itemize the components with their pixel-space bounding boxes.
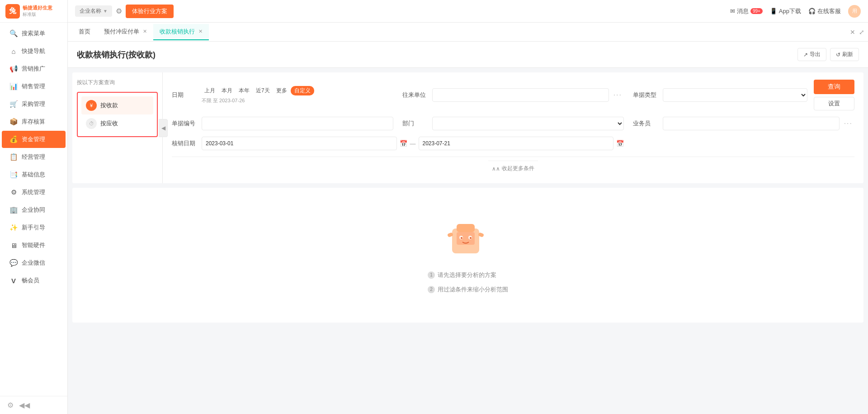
filter-sidebar: 按以下方案查询 ¥ 按收款 ⏱ 按应收 ◀	[72, 72, 163, 183]
salesperson-more-btn[interactable]: ···	[842, 119, 854, 128]
filter-box: ¥ 按收款 ⏱ 按应收	[77, 92, 158, 137]
logo-sub-text: 标准版	[23, 11, 52, 18]
tab-writeoff[interactable]: 收款核销执行 ✕	[153, 24, 209, 40]
sidebar-item-label: 智能硬件	[22, 241, 45, 249]
tab-close-writeoff[interactable]: ✕	[198, 29, 203, 34]
sidebar-item-wechat[interactable]: 💬 企业微信	[2, 254, 66, 271]
date-this-month[interactable]: 本月	[219, 86, 235, 95]
tab-prepay[interactable]: 预付冲应付单 ✕	[98, 24, 153, 40]
filter-sidebar-title: 按以下方案查询	[77, 79, 158, 86]
export-button[interactable]: ↗ 导出	[797, 48, 826, 61]
collapse-more-btn[interactable]: ∧∧ 收起更多条件	[488, 161, 538, 176]
counterparty-more-btn[interactable]: ···	[612, 91, 624, 99]
wechat-icon: 💬	[9, 259, 18, 267]
filter-form: 日期 上月 本月 本年 近7天 更多 自定义 不限 至 2023-07-26	[163, 72, 863, 183]
writeoff-date-label: 核销日期	[172, 139, 199, 148]
sidebar-item-member[interactable]: V 畅会员	[2, 272, 66, 289]
sidebar-item-operation[interactable]: 📋 经营管理	[2, 148, 66, 166]
sidebar-item-marketing[interactable]: 📢 营销推广	[2, 60, 66, 77]
brand-selector[interactable]: 企业名称 ▼	[75, 5, 112, 17]
filter-grid: 日期 上月 本月 本年 近7天 更多 自定义 不限 至 2023-07-26	[172, 80, 854, 176]
dept-select[interactable]	[432, 117, 624, 130]
user-avatar[interactable]: 用	[848, 5, 861, 18]
main-area: 企业名称 ▼ ⚙ 体验行业方案 ✉ 消息 99+ 📱 App下载 🎧 在线客服 …	[68, 0, 868, 414]
sidebar-item-label: 新手引导	[22, 224, 45, 232]
online-service-label: 在线客服	[817, 7, 841, 15]
calendar-end-icon[interactable]: 📅	[616, 140, 624, 147]
writeoff-date-start[interactable]	[202, 137, 397, 150]
writeoff-date-range: 📅 — 📅	[202, 137, 624, 150]
sidebar-item-label: 经营管理	[22, 153, 45, 161]
sidebar-item-search[interactable]: 🔍 搜索菜单	[2, 25, 66, 42]
collab-icon: 🏢	[9, 206, 18, 214]
hint-num-1: 1	[428, 271, 435, 279]
sidebar: 兔 畅捷通好生意 标准版 🔍 搜索菜单 ⌂ 快捷导航 📢 营销推广 📊 销售管理…	[0, 0, 68, 414]
tab-close-prepay[interactable]: ✕	[143, 29, 147, 34]
settings-footer-icon[interactable]: ⚙	[7, 401, 14, 409]
sidebar-item-collab[interactable]: 🏢 企业协同	[2, 201, 66, 219]
dept-label: 部门	[402, 119, 429, 128]
purchase-icon: 🛒	[9, 100, 18, 108]
header-gear-icon[interactable]: ⚙	[116, 7, 122, 15]
industry-btn[interactable]: 体验行业方案	[126, 5, 174, 18]
counterparty-input[interactable]	[432, 88, 609, 102]
docno-input[interactable]	[202, 117, 393, 130]
sidebar-item-label: 库存核算	[22, 118, 45, 126]
svg-rect-1	[457, 224, 475, 232]
empty-state: 1 请先选择要分析的方案 2 用过滤条件来缩小分析范围	[72, 188, 863, 323]
sidebar-item-sales[interactable]: 📊 销售管理	[2, 78, 66, 95]
page-title: 收款核销执行(按收款)	[77, 49, 156, 67]
tab-expand-icon[interactable]: ⤢	[859, 29, 864, 36]
salesperson-label: 业务员	[633, 119, 660, 128]
tab-close-btn[interactable]: ✕	[850, 29, 855, 36]
doctype-label: 单据类型	[633, 91, 660, 99]
date-last-month[interactable]: 上月	[202, 86, 218, 95]
sidebar-footer: ⚙ ◀◀	[0, 396, 67, 414]
query-actions: 查询 设置	[814, 80, 854, 110]
salesperson-input[interactable]	[663, 117, 840, 130]
sidebar-item-quicknav[interactable]: ⌂ 快捷导航	[2, 43, 66, 60]
filter-option-label: 按收款	[100, 101, 118, 109]
sidebar-item-label: 快捷导航	[22, 47, 45, 55]
empty-text: 1 请先选择要分析的方案 2 用过滤条件来缩小分析范围	[428, 269, 508, 295]
app-download-action[interactable]: 📱 App下载	[770, 7, 801, 15]
filter-option-by-receipt[interactable]: ¥ 按收款	[81, 96, 153, 114]
tab-home[interactable]: 首页	[71, 24, 98, 40]
online-service-action[interactable]: 🎧 在线客服	[808, 7, 841, 15]
date-custom[interactable]: 自定义	[291, 86, 314, 95]
filter-row-salesperson: 业务员 ···	[633, 117, 854, 130]
doctype-select[interactable]	[663, 88, 807, 102]
empty-hint1-text: 请先选择要分析的方案	[438, 269, 496, 281]
sidebar-item-system[interactable]: ⚙ 系统管理	[2, 184, 66, 201]
top-header: 企业名称 ▼ ⚙ 体验行业方案 ✉ 消息 99+ 📱 App下载 🎧 在线客服 …	[68, 0, 868, 23]
query-button[interactable]: 查询	[814, 80, 854, 94]
sidebar-item-inventory[interactable]: 📦 库存核算	[2, 113, 66, 130]
sidebar-item-label: 企业协同	[22, 206, 45, 214]
settings-button[interactable]: 设置	[814, 97, 854, 110]
sidebar-item-finance[interactable]: 💰 资金管理	[2, 131, 66, 148]
sidebar-item-basic-info[interactable]: 📑 基础信息	[2, 166, 66, 183]
page-content: 收款核销执行(按收款) ↗ 导出 ↺ 刷新 按以下方案查询 ¥	[68, 42, 868, 414]
sidebar-item-purchase[interactable]: 🛒 采购管理	[2, 95, 66, 113]
date-this-year[interactable]: 本年	[236, 86, 252, 95]
date-last-7-days[interactable]: 近7天	[253, 86, 273, 95]
sidebar-item-hardware[interactable]: 🖥 智能硬件	[2, 237, 66, 254]
filter-row-writeoff-date: 核销日期 📅 — 📅	[172, 137, 624, 150]
filter-option-by-receivable[interactable]: ⏱ 按应收	[81, 114, 153, 133]
refresh-button[interactable]: ↺ 刷新	[830, 48, 859, 61]
sidebar-item-guide[interactable]: ✨ 新手引导	[2, 219, 66, 236]
date-tabs: 上月 本月 本年 近7天 更多 自定义	[202, 86, 393, 95]
calendar-start-icon[interactable]: 📅	[400, 140, 407, 147]
collapse-sidebar-icon[interactable]: ◀◀	[19, 401, 30, 409]
collapse-sidebar-btn[interactable]: ◀	[159, 119, 168, 137]
filter-section: 按以下方案查询 ¥ 按收款 ⏱ 按应收 ◀	[72, 72, 863, 183]
tab-bar: 首页 预付冲应付单 ✕ 收款核销执行 ✕ ✕ ⤢	[68, 23, 868, 42]
svg-point-5	[461, 237, 462, 239]
collapse-more-label: 收起更多条件	[502, 165, 534, 172]
sales-icon: 📊	[9, 82, 18, 90]
date-more[interactable]: 更多	[274, 86, 290, 95]
logo-main-text: 畅捷通好生意	[23, 5, 52, 11]
writeoff-date-end[interactable]	[419, 137, 614, 150]
empty-cube-svg	[445, 215, 491, 260]
message-action[interactable]: ✉ 消息 99+	[730, 7, 763, 15]
